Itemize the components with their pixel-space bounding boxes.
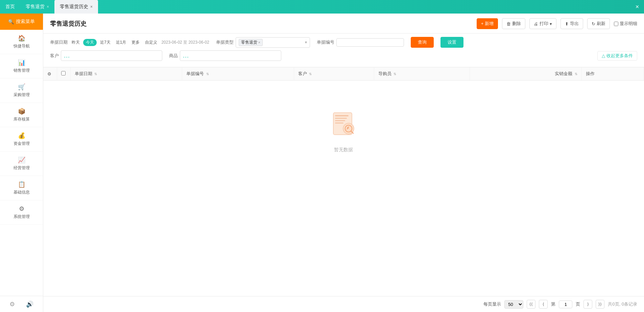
window-close-button[interactable]: × [630,0,644,14]
filter-row-2: 客户 ... 商品 ... △ 收起更多条件 [50,50,637,61]
collapse-filter-button[interactable]: △ 收起更多条件 [597,51,637,61]
export-button[interactable]: ⬆ 导出 [560,18,583,29]
sidebar-footer: ⚙ 🔊 [0,296,43,312]
sidebar-item-quick-nav[interactable]: 🏠 快捷导航 [0,30,43,54]
volume-footer-icon[interactable]: 🔊 [26,300,33,308]
page-last-button[interactable]: ⟩⟩ [596,300,604,309]
page-label: 第 [551,301,555,307]
system-icon: ⚙ [18,205,25,213]
th-settings[interactable]: ⚙ [43,67,57,81]
tab-retail-return-close[interactable]: × [47,4,49,9]
th-voucher[interactable]: 单据编号 ⇅ [182,67,294,81]
sidebar-item-system[interactable]: ⚙ 系统管理 [0,200,43,225]
voucher-input[interactable] [336,38,404,47]
print-dropdown-icon: ▾ [550,21,552,26]
sidebar-item-sales[interactable]: 📊 销售管理 [0,54,43,79]
th-voucher-sort-icon: ⇅ [206,72,209,76]
sidebar-search[interactable]: 🔍 搜索菜单 [0,14,43,30]
sidebar-item-inventory-label: 库存核算 [14,116,30,122]
th-customer-sort-icon: ⇅ [309,72,312,76]
tab-retail-return-history[interactable]: 零售退货历史 × [54,0,98,14]
show-detail-label: 显示明细 [620,21,637,27]
delete-label: 删除 [512,21,521,27]
table-area: ⚙ 单据日期 ⇅ 单据编号 ⇅ [43,67,644,296]
goods-ellipsis: ... [183,52,189,59]
th-date[interactable]: 单据日期 ⇅ [70,67,182,81]
search-icon: 🔍 [8,19,14,24]
toolbar: + 新增 🗑 删除 🖨 打印 ▾ ⬆ 导出 ↻ [477,18,637,29]
th-guide-sort-icon: ⇅ [393,72,396,76]
page-header: 零售退货历史 + 新增 🗑 删除 🖨 打印 ▾ ⬆ 导出 [43,14,644,34]
sidebar-item-sales-label: 销售管理 [14,68,30,73]
th-amount[interactable]: 实销金额 ⇅ [470,67,582,81]
th-guide[interactable]: 导购员 ⇅ [374,67,470,81]
query-button[interactable]: 查询 [411,37,434,48]
page-prev-button[interactable]: ⟨ [539,300,548,309]
type-tag: 零售退货 × [239,39,263,46]
delete-button[interactable]: 🗑 删除 [502,18,525,29]
sidebar-item-basic-info[interactable]: 📋 基础信息 [0,176,43,200]
page-size-select[interactable]: 50 10 20 100 [504,300,523,309]
sidebar-item-finance[interactable]: 💰 资金管理 [0,127,43,152]
th-date-sort-icon: ⇅ [94,72,97,76]
print-button[interactable]: 🖨 打印 ▾ [529,18,556,29]
page-number-input[interactable] [559,300,572,308]
customer-select[interactable]: ... [61,50,162,61]
th-amount-label: 实销金额 [555,71,572,76]
data-table: ⚙ 单据日期 ⇅ 单据编号 ⇅ [43,67,644,180]
tab-retail-return-history-close[interactable]: × [90,4,93,9]
sidebar-item-inventory[interactable]: 📦 库存核算 [0,103,43,127]
table-header: ⚙ 单据日期 ⇅ 单据编号 ⇅ [43,67,644,81]
th-checkbox[interactable] [57,67,70,81]
type-select[interactable]: 零售退货 × ▾ [236,37,310,48]
sidebar-nav: 🏠 快捷导航 📊 销售管理 🛒 采购管理 📦 库存核算 💰 资金管理 📈 [0,30,43,296]
svg-rect-2 [335,118,347,119]
select-all-checkbox[interactable] [61,71,66,75]
new-button[interactable]: + 新增 [477,18,498,29]
th-action-label: 操作 [586,71,595,76]
goods-select[interactable]: ... [180,50,281,61]
filter-row-1: 单据日期 昨天 今天 近7天 近1月 更多 自定义 2023-06-02 至 2… [50,37,637,48]
collapse-icon: △ [602,53,605,58]
th-date-label: 单据日期 [75,71,92,76]
table-body: 暂无数据 [43,81,644,180]
filter-voucher: 单据编号 [317,38,404,47]
filter-customer: 客户 ... [50,50,162,61]
filter-type: 单据类型 零售退货 × ▾ [216,37,310,48]
settings-footer-icon[interactable]: ⚙ [9,300,15,308]
sidebar-item-quick-nav-label: 快捷导航 [14,43,30,49]
date-btn-1month[interactable]: 近1月 [114,39,128,46]
show-detail-input[interactable] [614,22,618,26]
collapse-label: 收起更多条件 [606,53,633,59]
setting-button[interactable]: 设置 [440,37,463,48]
date-btn-yesterday[interactable]: 昨天 [70,39,82,46]
home-icon: 🏠 [18,35,25,42]
refresh-label: 刷新 [597,21,605,27]
th-customer[interactable]: 客户 ⇅ [294,67,374,81]
customer-filter-label: 客户 [50,53,59,59]
svg-rect-4 [335,122,343,124]
page-next-button[interactable]: ⟩ [583,300,592,309]
tab-home[interactable]: 首页 [0,0,20,14]
date-btn-7days[interactable]: 近7天 [98,39,113,46]
sidebar-item-operations-label: 经营管理 [14,165,30,171]
sidebar-item-basic-info-label: 基础信息 [14,190,30,195]
date-btn-today[interactable]: 今天 [83,39,97,46]
print-label: 打印 [540,21,548,27]
empty-text: 暂无数据 [334,147,353,153]
sidebar-item-operations[interactable]: 📈 经营管理 [0,152,43,176]
tab-retail-return[interactable]: 零售退货 × [20,0,54,14]
th-guide-label: 导购员 [378,71,391,76]
show-detail-checkbox[interactable]: 显示明细 [614,21,637,27]
empty-illustration [327,108,360,141]
sidebar-item-purchase[interactable]: 🛒 采购管理 [0,79,43,103]
sidebar-item-system-label: 系统管理 [14,214,30,220]
type-tag-close[interactable]: × [258,40,260,44]
date-btn-custom[interactable]: 自定义 [143,39,159,46]
print-icon: 🖨 [534,21,538,26]
refresh-button[interactable]: ↻ 刷新 [587,18,610,29]
export-label: 导出 [570,21,579,27]
date-btn-more[interactable]: 更多 [129,39,142,46]
page-first-button[interactable]: ⟨⟨ [527,300,535,309]
delete-icon: 🗑 [506,21,511,26]
